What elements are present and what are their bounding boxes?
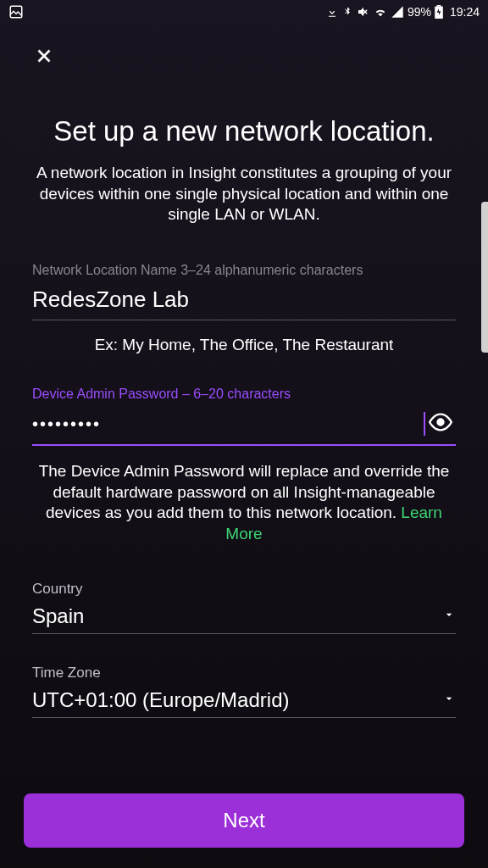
status-bar: 99% 19:24 bbox=[0, 0, 488, 24]
country-label: Country bbox=[32, 581, 456, 598]
location-name-label: Network Location Name 3–24 alphanumeric … bbox=[32, 263, 456, 278]
timezone-label: Time Zone bbox=[32, 665, 456, 682]
bluetooth-icon bbox=[341, 6, 353, 18]
password-row: ••••••••• bbox=[32, 407, 456, 446]
scroll-indicator[interactable] bbox=[481, 202, 488, 353]
picture-icon bbox=[8, 4, 24, 19]
eye-icon bbox=[429, 410, 452, 434]
battery-percent: 99% bbox=[408, 5, 431, 19]
clock-time: 19:24 bbox=[450, 5, 480, 19]
chevron-down-icon bbox=[442, 692, 456, 709]
password-info: The Device Admin Password will replace a… bbox=[32, 461, 456, 545]
close-button[interactable] bbox=[30, 42, 58, 70]
timezone-select[interactable]: UTC+01:00 (Europe/Madrid) bbox=[32, 688, 456, 718]
mute-icon bbox=[357, 5, 370, 19]
password-label: Device Admin Password – 6–20 characters bbox=[32, 387, 456, 402]
download-icon bbox=[326, 6, 338, 18]
location-name-input[interactable] bbox=[32, 283, 456, 316]
location-name-hint: Ex: My Home, The Office, The Restaurant bbox=[32, 336, 456, 354]
country-select[interactable]: Spain bbox=[32, 604, 456, 634]
close-icon bbox=[33, 45, 55, 67]
password-input[interactable]: ••••••••• bbox=[32, 411, 425, 437]
wifi-icon bbox=[374, 5, 387, 19]
page-title: Set up a new network location. bbox=[32, 115, 456, 147]
signal-icon bbox=[391, 5, 404, 19]
battery-charging-icon bbox=[435, 5, 443, 19]
svg-point-3 bbox=[438, 420, 444, 426]
timezone-value: UTC+01:00 (Europe/Madrid) bbox=[32, 688, 289, 712]
next-button[interactable]: Next bbox=[24, 793, 464, 848]
country-value: Spain bbox=[32, 604, 84, 628]
page-subtitle: A network location in Insight constitute… bbox=[32, 163, 456, 225]
chevron-down-icon bbox=[442, 608, 456, 625]
toggle-password-visibility[interactable] bbox=[425, 407, 456, 441]
location-name-row bbox=[32, 283, 456, 320]
svg-rect-2 bbox=[437, 5, 441, 7]
